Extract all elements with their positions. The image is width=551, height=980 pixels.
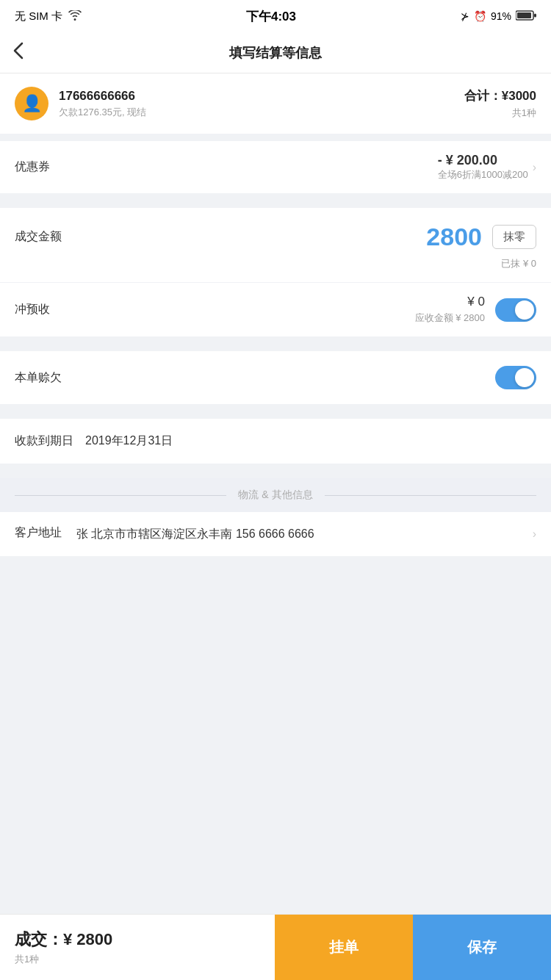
- location-icon: ⊁: [461, 10, 469, 22]
- debt-toggle[interactable]: [495, 366, 536, 389]
- round-button[interactable]: 抹零: [492, 225, 536, 249]
- section-divider-3: [0, 411, 551, 419]
- bottom-count: 共1种: [15, 953, 260, 966]
- due-date-value: 2019年12月31日: [85, 433, 173, 449]
- bottom-bar: 成交：¥ 2800 共1种 挂单 保存: [0, 914, 551, 980]
- coupon-right: - ¥ 200.00 全场6折满1000减200 ›: [438, 153, 536, 181]
- battery-percent: 91%: [491, 10, 511, 22]
- battery-icon: [516, 10, 536, 23]
- nav-bar: 填写结算等信息: [0, 32, 551, 73]
- customer-card: 👤 17666666666 欠款1276.35元, 现结 合计：¥3000 共1…: [0, 73, 551, 134]
- bottom-deal-amount: ¥ 2800: [63, 930, 112, 948]
- prereceive-amount: ¥ 0: [415, 295, 485, 309]
- prereceive-info: ¥ 0 应收金额 ¥ 2800: [415, 295, 485, 325]
- sim-status: 无 SIM 卡: [15, 10, 62, 24]
- debt-toggle-knob: [515, 368, 534, 387]
- amount-sub: 已抹 ¥ 0: [0, 257, 551, 282]
- coupon-description: 全场6折满1000减200: [438, 168, 528, 181]
- svg-rect-1: [517, 12, 531, 18]
- section-divider-2: [0, 344, 551, 351]
- coupon-label: 优惠券: [15, 159, 50, 175]
- customer-info: 17666666666 欠款1276.35元, 现结: [59, 89, 146, 119]
- customer-right: 合计：¥3000 共1种: [464, 87, 536, 120]
- save-button[interactable]: 保存: [413, 915, 551, 981]
- amount-value: 2800: [426, 223, 482, 251]
- prereceive-right: ¥ 0 应收金额 ¥ 2800: [415, 295, 536, 325]
- total-count: 共1种: [464, 107, 536, 120]
- alarm-icon: ⏰: [474, 10, 486, 22]
- logistics-divider: 物流 & 其他信息: [0, 478, 551, 512]
- logistics-label: 物流 & 其他信息: [238, 489, 312, 502]
- coupon-discount: - ¥ 200.00: [438, 153, 528, 168]
- avatar: 👤: [15, 87, 48, 120]
- customer-left: 👤 17666666666 欠款1276.35元, 现结: [15, 87, 146, 120]
- status-right: ⊁ ⏰ 91%: [461, 10, 536, 23]
- empty-space: [0, 563, 551, 652]
- address-row[interactable]: 客户地址 张 北京市市辖区海淀区永丰南 156 6666 6666 ›: [0, 512, 551, 556]
- status-left: 无 SIM 卡: [15, 10, 82, 24]
- coupon-chevron-icon: ›: [533, 161, 536, 174]
- section-divider-4: [0, 471, 551, 478]
- debt-row: 本单赊欠: [0, 351, 551, 404]
- content-area: 👤 17666666666 欠款1276.35元, 现结 合计：¥3000 共1…: [0, 73, 551, 725]
- page-title: 填写结算等信息: [229, 44, 322, 62]
- bottom-summary: 成交：¥ 2800 共1种: [0, 929, 275, 966]
- total-amount: 合计：¥3000: [464, 87, 536, 104]
- wifi-icon: [68, 10, 82, 23]
- status-bar: 无 SIM 卡 下午4:03 ⊁ ⏰ 91%: [0, 0, 551, 32]
- due-date-label: 收款到期日: [15, 433, 73, 449]
- customer-subtext: 欠款1276.35元, 现结: [59, 106, 146, 119]
- prereceive-sub: 应收金额 ¥ 2800: [415, 311, 485, 325]
- transaction-section: 成交金额 2800 抹零 已抹 ¥ 0 冲预收 ¥ 0 应收金额 ¥ 2800: [0, 208, 551, 336]
- toggle-knob: [515, 300, 534, 320]
- debt-label: 本单赊欠: [15, 370, 62, 386]
- avatar-icon: 👤: [22, 94, 42, 113]
- customer-phone: 17666666666: [59, 89, 146, 104]
- prereceive-label: 冲预收: [15, 302, 50, 317]
- bottom-deal: 成交：¥ 2800: [15, 929, 260, 951]
- bottom-deal-label: 成交：: [15, 930, 63, 948]
- hold-button[interactable]: 挂单: [275, 915, 413, 981]
- amount-row: 成交金额 2800 抹零: [0, 208, 551, 257]
- address-content: 张 北京市市辖区海淀区永丰南 156 6666 6666: [76, 525, 525, 543]
- address-label: 客户地址: [15, 525, 62, 541]
- coupon-row[interactable]: 优惠券 - ¥ 200.00 全场6折满1000减200 ›: [0, 141, 551, 193]
- prereceive-row: 冲预收 ¥ 0 应收金额 ¥ 2800: [0, 282, 551, 336]
- address-chevron-icon: ›: [533, 527, 536, 541]
- status-time: 下午4:03: [246, 8, 296, 25]
- prereceive-toggle[interactable]: [495, 298, 536, 322]
- due-date-row: 收款到期日 2019年12月31日: [0, 419, 551, 464]
- back-button[interactable]: [13, 42, 24, 64]
- section-divider-1: [0, 201, 551, 208]
- amount-right: 2800 抹零: [426, 223, 536, 251]
- svg-rect-2: [534, 13, 536, 17]
- amount-label: 成交金额: [15, 229, 62, 245]
